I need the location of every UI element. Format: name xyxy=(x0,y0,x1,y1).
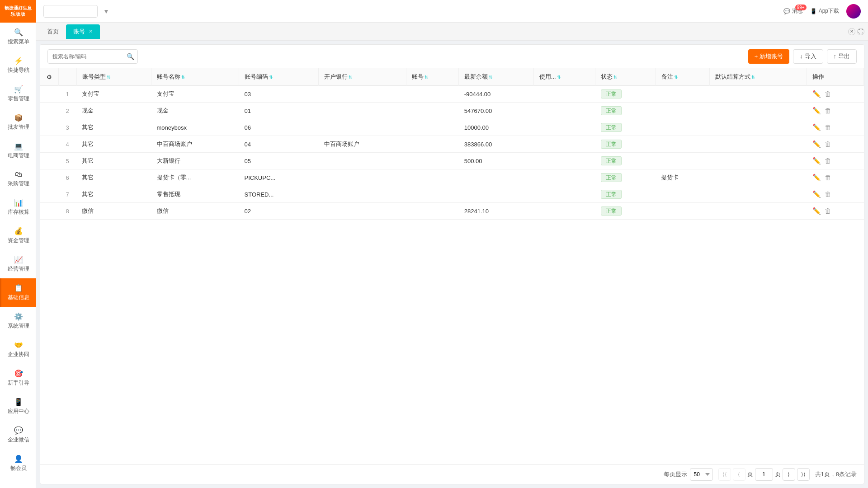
app-center-icon: 📱 xyxy=(14,398,23,406)
edit-icon[interactable]: ✏️ xyxy=(812,140,821,148)
app-download-button[interactable]: 📱 App下载 xyxy=(810,7,839,15)
delete-icon[interactable]: 🗑 xyxy=(825,157,831,165)
sidebar-item-operations[interactable]: 📈 经营管理 xyxy=(0,250,36,278)
row-status: 正常 xyxy=(595,119,656,136)
sidebar-item-inventory[interactable]: 📊 库存核算 xyxy=(0,193,36,221)
edit-icon[interactable]: ✏️ xyxy=(812,123,821,131)
tab-account[interactable]: 账号 ✕ xyxy=(66,24,100,39)
row-remark xyxy=(656,153,710,169)
row-name: 中百商场账户 xyxy=(151,136,239,153)
sidebar-item-finance[interactable]: 💰 资金管理 xyxy=(0,221,36,250)
row-usage xyxy=(533,186,595,203)
page-number-input[interactable] xyxy=(755,468,773,481)
sidebar-item-system[interactable]: ⚙️ 系统管理 xyxy=(0,307,36,335)
pager-next-button[interactable]: ⟩ xyxy=(783,468,795,481)
delete-icon[interactable]: 🗑 xyxy=(825,90,831,98)
col-account[interactable]: 账号⇅ xyxy=(406,68,459,86)
col-default-payment[interactable]: 默认结算方式⇅ xyxy=(710,68,807,86)
row-account xyxy=(406,169,459,186)
sidebar-item-ecommerce[interactable]: 💻 电商管理 xyxy=(0,136,36,165)
pager-prev-button[interactable]: ⟨ xyxy=(733,468,745,481)
delete-icon[interactable]: 🗑 xyxy=(825,140,831,148)
window-maximize-button[interactable]: ⛶ xyxy=(857,28,864,35)
col-usage[interactable]: 使用...⇅ xyxy=(533,68,595,86)
delete-icon[interactable]: 🗑 xyxy=(825,123,831,131)
row-code: STORED... xyxy=(239,186,319,203)
sidebar-item-quick-nav[interactable]: ⚡ 快捷导航 xyxy=(0,51,36,80)
row-name: 支付宝 xyxy=(151,86,239,103)
row-bank xyxy=(319,86,406,103)
delete-icon[interactable]: 🗑 xyxy=(825,207,831,215)
col-code[interactable]: 账号编码⇅ xyxy=(239,68,319,86)
table-row: 2 现金 现金 01 547670.00 正常 ✏️ 🗑 xyxy=(40,103,864,119)
edit-icon[interactable]: ✏️ xyxy=(812,90,821,98)
member-icon: 👤 xyxy=(14,455,23,463)
row-usage xyxy=(533,119,595,136)
top-header: ▼ 💬 消息 99+ 📱 App下载 xyxy=(36,0,868,23)
message-button[interactable]: 💬 消息 99+ xyxy=(783,7,803,15)
export-button[interactable]: ↑ 导出 xyxy=(827,49,857,64)
row-num: 4 xyxy=(58,136,76,153)
sidebar-item-basic-info[interactable]: 📋 基础信息 xyxy=(0,278,36,307)
inventory-icon: 📊 xyxy=(14,198,23,207)
edit-icon[interactable]: ✏️ xyxy=(812,174,821,182)
col-balance[interactable]: 最新余额⇅ xyxy=(459,68,534,86)
row-gear xyxy=(40,153,58,169)
col-type[interactable]: 账号类型⇅ xyxy=(76,68,151,86)
pager-last-button[interactable]: ⟩⟩ xyxy=(797,468,810,481)
sidebar-item-wechat[interactable]: 💬 企业微信 xyxy=(0,421,36,449)
gear-icon[interactable]: ⚙ xyxy=(47,74,52,80)
quick-nav-icon: ⚡ xyxy=(14,56,23,65)
row-bank xyxy=(319,103,406,119)
window-controls: ✕ ⛶ xyxy=(848,28,864,35)
delete-icon[interactable]: 🗑 xyxy=(825,107,831,115)
sidebar-item-purchase[interactable]: 🛍 采购管理 xyxy=(0,165,36,193)
sidebar-item-guide[interactable]: 🎯 新手引导 xyxy=(0,364,36,392)
row-num: 7 xyxy=(58,186,76,203)
add-account-button[interactable]: + 新增账号 xyxy=(748,49,789,64)
col-remark[interactable]: 备注⇅ xyxy=(656,68,710,86)
row-default-payment xyxy=(710,203,807,220)
row-type: 其它 xyxy=(76,119,151,136)
sidebar-item-app-center[interactable]: 📱 应用中心 xyxy=(0,392,36,421)
row-gear xyxy=(40,119,58,136)
row-gear xyxy=(40,103,58,119)
tab-close-account[interactable]: ✕ xyxy=(89,28,93,34)
row-balance xyxy=(459,169,534,186)
sidebar-item-retail[interactable]: 🛒 零售管理 xyxy=(0,80,36,108)
row-type: 支付宝 xyxy=(76,86,151,103)
row-remark xyxy=(656,119,710,136)
action-icons: ✏️ 🗑 xyxy=(812,190,859,198)
top-search-input[interactable] xyxy=(43,5,98,18)
page-size-wrap: 每页显示 50 20 100 xyxy=(664,468,713,481)
delete-icon[interactable]: 🗑 xyxy=(825,190,831,198)
window-close-button[interactable]: ✕ xyxy=(848,28,855,35)
operations-icon: 📈 xyxy=(14,255,23,264)
account-search-input[interactable] xyxy=(47,49,138,64)
row-type: 其它 xyxy=(76,153,151,169)
col-bank[interactable]: 开户银行⇅ xyxy=(319,68,406,86)
table-row: 1 支付宝 支付宝 03 -90444.00 正常 ✏️ 🗑 xyxy=(40,86,864,103)
sidebar-item-enterprise[interactable]: 🤝 企业协同 xyxy=(0,335,36,364)
import-button[interactable]: ↓ 导入 xyxy=(793,49,823,64)
sidebar-item-search-menu[interactable]: 🔍 搜索菜单 xyxy=(0,23,36,51)
sidebar-item-wholesale[interactable]: 📦 批发管理 xyxy=(0,108,36,136)
row-name: moneybosx xyxy=(151,119,239,136)
edit-icon[interactable]: ✏️ xyxy=(812,107,821,115)
tab-home[interactable]: 首页 xyxy=(40,24,66,39)
edit-icon[interactable]: ✏️ xyxy=(812,157,821,165)
row-default-payment xyxy=(710,169,807,186)
row-num: 3 xyxy=(58,119,76,136)
edit-icon[interactable]: ✏️ xyxy=(812,207,821,215)
user-avatar[interactable] xyxy=(846,4,861,19)
pager-first-button[interactable]: ⟨⟨ xyxy=(718,468,731,481)
edit-icon[interactable]: ✏️ xyxy=(812,190,821,198)
page-size-select[interactable]: 50 20 100 xyxy=(690,468,713,481)
action-icons: ✏️ 🗑 xyxy=(812,123,859,131)
content-area: 🔍 + 新增账号 ↓ 导入 ↑ 导出 xyxy=(40,44,864,484)
delete-icon[interactable]: 🗑 xyxy=(825,174,831,182)
sidebar-item-member[interactable]: 👤 畅会员 xyxy=(0,449,36,478)
row-type: 其它 xyxy=(76,136,151,153)
col-name[interactable]: 账号名称⇅ xyxy=(151,68,239,86)
col-status[interactable]: 状态⇅ xyxy=(595,68,656,86)
